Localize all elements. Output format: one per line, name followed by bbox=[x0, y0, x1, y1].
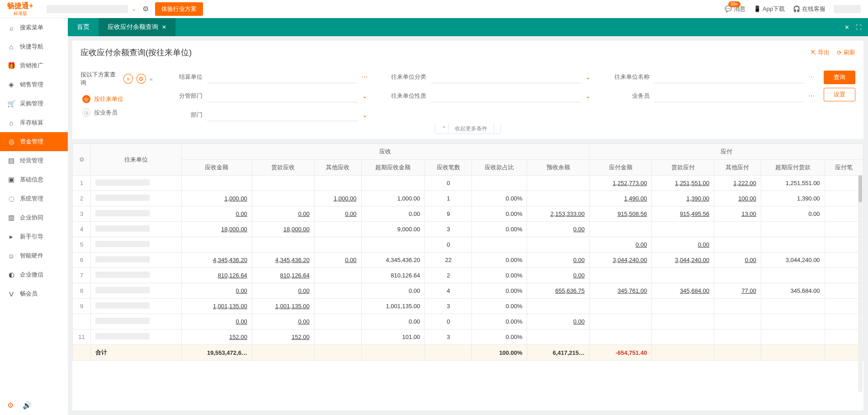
sidebar-item-1[interactable]: ⌂快捷导航 bbox=[0, 37, 68, 56]
cell[interactable]: 0.00 bbox=[314, 253, 361, 268]
sidebar-item-6[interactable]: ◎资金管理 bbox=[0, 132, 68, 151]
cell[interactable]: 915,495.56 bbox=[652, 206, 714, 222]
filter-input[interactable] bbox=[654, 71, 804, 83]
sidebar-item-10[interactable]: ▥企业协同 bbox=[0, 208, 68, 227]
chevron-down-icon[interactable]: ⌄ bbox=[362, 111, 368, 119]
footer-settings-icon[interactable]: ⚙ bbox=[7, 401, 14, 410]
cell[interactable]: 345,761.00 bbox=[590, 283, 652, 299]
cell[interactable]: 1,251,551.00 bbox=[652, 176, 714, 191]
cell[interactable]: 152.00 bbox=[252, 329, 314, 345]
refresh-button[interactable]: ⟳ 刷新 bbox=[837, 48, 855, 57]
cell[interactable]: 345,684.00 bbox=[652, 283, 714, 299]
table-scroll[interactable]: ⚙ 往来单位 应收 应付 应收金额 货款应收 其他应收 超期应收金额 应收笔数 bbox=[72, 143, 863, 410]
cell[interactable]: 0.00 bbox=[314, 206, 361, 222]
filter-input[interactable] bbox=[431, 90, 581, 102]
sidebar-item-13[interactable]: ◐企业微信 bbox=[0, 265, 68, 284]
org-selector[interactable]: ⌄ bbox=[47, 5, 136, 13]
scheme-by-sales[interactable]: ◷ 按业务员 bbox=[80, 106, 153, 119]
more-icon[interactable]: ⋯ bbox=[808, 73, 815, 81]
filter-input[interactable] bbox=[207, 109, 358, 121]
sidebar-item-7[interactable]: ▤经营管理 bbox=[0, 151, 68, 170]
cell[interactable]: 18,000.00 bbox=[181, 222, 252, 237]
more-icon[interactable]: ⋯ bbox=[808, 92, 815, 100]
sidebar-item-12[interactable]: ☺智能硬件 bbox=[0, 246, 68, 265]
sidebar-item-9[interactable]: ◌系统管理 bbox=[0, 189, 68, 208]
cell[interactable]: 4,345,436.20 bbox=[181, 253, 252, 268]
scheme-add-icon[interactable]: + bbox=[123, 74, 133, 84]
cell[interactable]: 0.00 bbox=[527, 314, 590, 329]
export-button[interactable]: ⇱ 导出 bbox=[811, 48, 830, 57]
footer-sound-icon[interactable]: 🔊 bbox=[23, 401, 32, 410]
sidebar-item-5[interactable]: ⌂库存核算 bbox=[0, 113, 68, 132]
cell[interactable]: 810,126.64 bbox=[181, 268, 252, 283]
cell[interactable]: 0.00 bbox=[252, 206, 314, 222]
online-service-link[interactable]: 🎧 在线客服 bbox=[793, 5, 826, 13]
cell[interactable]: 0.00 bbox=[181, 314, 252, 329]
cell[interactable]: 915,508.56 bbox=[590, 206, 652, 222]
messages-link[interactable]: 💬 消息 99+ bbox=[725, 5, 745, 13]
tabs-fullscreen-icon[interactable]: ⛶ bbox=[856, 24, 862, 31]
user-redacted[interactable] bbox=[834, 5, 861, 13]
chevron-down-icon[interactable]: ⌄ bbox=[585, 92, 591, 100]
cell[interactable]: 4,345,436.20 bbox=[252, 253, 314, 268]
cell[interactable]: 0.00 bbox=[252, 314, 314, 329]
cell[interactable]: 3,044,240.00 bbox=[652, 253, 714, 268]
cell[interactable]: 0.00 bbox=[527, 253, 590, 268]
cell[interactable]: 77.00 bbox=[714, 283, 761, 299]
cell[interactable]: 1,001,135.00 bbox=[252, 299, 314, 314]
cell[interactable]: 0.00 bbox=[652, 237, 714, 253]
query-button[interactable]: 查询 bbox=[824, 71, 855, 84]
cell[interactable]: 13.00 bbox=[714, 206, 761, 222]
cell[interactable]: 1,001,135.00 bbox=[181, 299, 252, 314]
col-gear[interactable]: ⚙ bbox=[73, 144, 91, 176]
filter-input[interactable] bbox=[431, 71, 581, 83]
filter-input[interactable] bbox=[207, 71, 357, 83]
cell[interactable]: 152.00 bbox=[181, 329, 252, 345]
cell[interactable]: 1,390.00 bbox=[652, 191, 714, 206]
cell[interactable]: 655,636.75 bbox=[527, 283, 590, 299]
tabs-close-all-icon[interactable]: ✕ bbox=[844, 24, 849, 31]
tab-close-icon[interactable]: ✕ bbox=[162, 24, 166, 30]
chevron-down-icon[interactable]: ⌄ bbox=[585, 73, 591, 81]
tab-home[interactable]: 首页 bbox=[68, 18, 99, 36]
sidebar-item-8[interactable]: ▣基础信息 bbox=[0, 170, 68, 189]
scheme-by-unit[interactable]: ◎ 按往来单位 bbox=[80, 92, 153, 106]
cell[interactable]: 1,000.00 bbox=[314, 191, 361, 206]
cell[interactable]: 2,153,333.00 bbox=[527, 206, 590, 222]
cell[interactable]: 0.00 bbox=[527, 268, 590, 283]
sidebar-item-14[interactable]: V畅会员 bbox=[0, 284, 68, 303]
sidebar-item-4[interactable]: 🛒采购管理 bbox=[0, 94, 68, 113]
sidebar-item-2[interactable]: 🎁营销推广 bbox=[0, 56, 68, 75]
experience-button[interactable]: 体验行业方案 bbox=[155, 2, 203, 16]
cell[interactable]: 1,490.00 bbox=[590, 191, 652, 206]
filter-input[interactable] bbox=[654, 90, 804, 102]
cell[interactable]: 1,222.00 bbox=[714, 176, 761, 191]
cell[interactable]: 1,000.00 bbox=[181, 191, 252, 206]
cell[interactable]: 0.00 bbox=[181, 206, 252, 222]
scheme-collapse-icon[interactable]: « bbox=[150, 76, 153, 82]
vertical-scrollbar[interactable] bbox=[858, 175, 863, 392]
cell[interactable]: 100.00 bbox=[714, 191, 761, 206]
app-download-link[interactable]: 📱 App下载 bbox=[754, 5, 785, 13]
cell[interactable]: 810,126.64 bbox=[252, 268, 314, 283]
cell[interactable]: 0.00 bbox=[181, 283, 252, 299]
chevron-down-icon[interactable]: ⌄ bbox=[362, 92, 368, 100]
sidebar-item-0[interactable]: ⌕搜索菜单 bbox=[0, 18, 68, 37]
cell[interactable]: 1,252,773.00 bbox=[590, 176, 652, 191]
filter-input[interactable] bbox=[207, 90, 358, 102]
sidebar-item-3[interactable]: ◈销售管理 bbox=[0, 75, 68, 94]
tab-current[interactable]: 应收应付余额查询 ✕ bbox=[99, 18, 175, 36]
cell[interactable]: 0.00 bbox=[527, 222, 590, 237]
scheme-settings-icon[interactable]: ⚙ bbox=[137, 74, 146, 84]
cell[interactable]: 0.00 bbox=[590, 237, 652, 253]
settings-icon[interactable]: ⚙ bbox=[142, 5, 149, 13]
settings-button[interactable]: 设置 bbox=[824, 88, 855, 101]
cell[interactable]: 0.00 bbox=[714, 253, 761, 268]
cell[interactable]: 18,000.00 bbox=[252, 222, 314, 237]
sidebar-item-11[interactable]: ▸新手引导 bbox=[0, 227, 68, 246]
cell[interactable]: 3,044,240.00 bbox=[590, 253, 652, 268]
collapse-toggle[interactable]: ⌃ 收起更多条件 bbox=[435, 124, 500, 134]
scrollbar-thumb[interactable] bbox=[859, 175, 862, 202]
more-icon[interactable]: ⋯ bbox=[361, 73, 368, 81]
cell[interactable]: 0.00 bbox=[252, 283, 314, 299]
